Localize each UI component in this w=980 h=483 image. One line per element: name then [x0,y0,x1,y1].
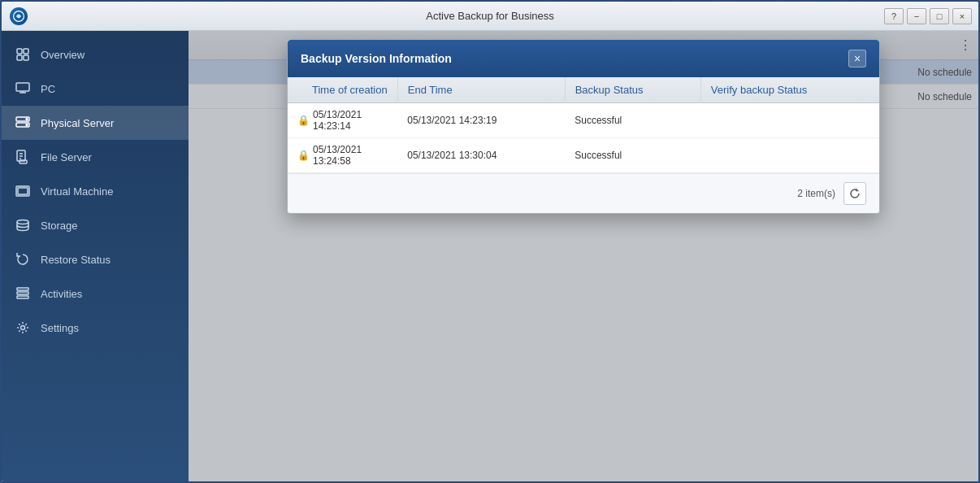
row1-verify-status [700,103,879,138]
col-header-time-creation: Time of creation [288,77,397,103]
sidebar-item-pc[interactable]: PC [2,72,189,106]
lock-icon-1: 🔒 [297,115,310,126]
modal-table-wrap: Time of creation End Time Backup Status … [288,77,879,173]
modal-footer: 2 item(s) [288,173,879,213]
sidebar-label-virtual-machine: Virtual Machine [41,185,113,198]
sidebar-label-pc: PC [41,83,55,95]
sidebar-label-settings: Settings [41,322,79,334]
window-controls: ? − □ × [884,8,972,24]
modal-table-header-row: Time of creation End Time Backup Status … [288,77,879,103]
restore-icon [15,251,31,268]
title-bar: Active Backup for Business ? − □ × [2,2,978,31]
sidebar-label-overview: Overview [41,49,85,61]
table-row[interactable]: 🔒 05/13/2021 13:24:58 05/13/2021 13:30:0… [288,138,879,173]
settings-icon [15,320,31,336]
row2-backup-status: Successful [565,138,700,173]
sidebar-item-overview[interactable]: Overview [2,37,189,72]
activities-icon [15,285,31,302]
minimize-button[interactable]: − [907,8,926,24]
row1-end-time: 05/13/2021 14:23:19 [397,103,565,138]
app-title: Active Backup for Business [426,10,554,22]
server-icon [15,115,31,131]
svg-rect-4 [24,55,28,60]
refresh-button[interactable] [843,182,866,205]
lock-icon-2: 🔒 [297,150,310,161]
sidebar-item-restore-status[interactable]: Restore Status [2,242,189,276]
modal-title: Backup Version Information [301,52,452,65]
sidebar-label-activities: Activities [41,288,82,300]
sidebar-item-activities[interactable]: Activities [2,276,189,311]
file-server-icon [15,149,31,165]
svg-rect-3 [17,55,22,60]
sidebar-item-settings[interactable]: Settings [2,311,189,345]
sidebar-item-virtual-machine[interactable]: Virtual Machine [2,174,189,208]
row1-backup-status: Successful [565,103,700,138]
app-logo [10,7,28,25]
svg-point-19 [17,220,28,224]
main-layout: Overview PC Physical Server File Server [2,31,978,481]
row2-verify-status [700,138,879,173]
svg-rect-21 [17,292,28,294]
row2-end-time: 05/13/2021 13:30:04 [397,138,565,173]
svg-rect-20 [17,288,28,290]
sidebar-item-physical-server[interactable]: Physical Server [2,106,189,140]
sidebar-label-physical-server: Physical Server [41,117,114,129]
content-area: Status ⋮ No schedule No schedule [189,31,978,481]
modal-dialog: Backup Version Information × Time of cre… [287,39,880,214]
maximize-button[interactable]: □ [930,8,949,24]
row2-time-creation: 🔒 05/13/2021 13:24:58 [288,138,397,173]
svg-rect-5 [16,83,29,91]
close-button[interactable]: × [952,8,972,24]
col-header-backup-status: Backup Status [565,77,700,103]
help-button[interactable]: ? [884,8,904,24]
sidebar-item-file-server[interactable]: File Server [2,140,189,174]
modal-table: Time of creation End Time Backup Status … [288,77,879,173]
app-window: Active Backup for Business ? − □ × Overv… [0,0,980,483]
row1-time-creation: 🔒 05/13/2021 14:23:14 [288,103,397,138]
svg-rect-18 [18,188,28,194]
refresh-icon [849,188,861,199]
svg-rect-22 [17,296,28,298]
col-header-end-time: End Time [397,77,565,103]
modal-header: Backup Version Information × [288,40,879,77]
col-header-verify-status: Verify backup Status [700,77,879,103]
overview-icon [15,46,31,63]
vm-icon [15,183,31,199]
sidebar-label-storage: Storage [41,220,78,232]
sidebar-item-storage[interactable]: Storage [2,208,189,242]
pc-icon [15,80,31,97]
svg-rect-2 [24,49,28,54]
sidebar-label-restore-status: Restore Status [41,254,111,266]
svg-point-10 [26,119,28,120]
item-count: 2 item(s) [797,188,835,199]
svg-rect-16 [20,160,27,163]
sidebar: Overview PC Physical Server File Server [2,31,189,481]
svg-point-11 [26,124,28,126]
modal-close-button[interactable]: × [848,50,866,67]
svg-rect-1 [17,49,22,54]
svg-point-23 [21,326,25,330]
table-row[interactable]: 🔒 05/13/2021 14:23:14 05/13/2021 14:23:1… [288,103,879,138]
sidebar-label-file-server: File Server [41,151,92,163]
modal-overlay: Backup Version Information × Time of cre… [189,31,978,481]
storage-icon [15,217,31,233]
